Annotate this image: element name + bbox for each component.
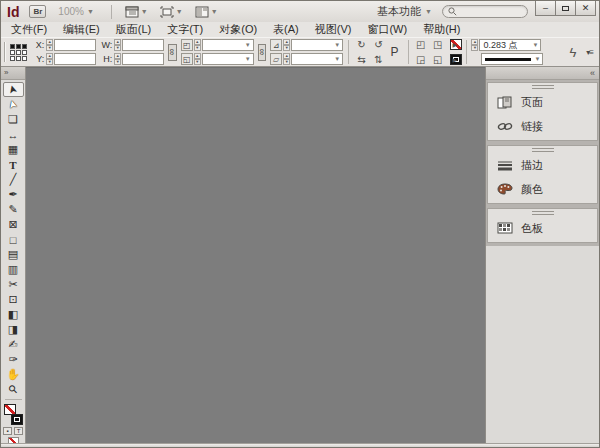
- zoom-tool[interactable]: ⚲: [3, 382, 24, 397]
- bridge-button[interactable]: Br: [29, 5, 46, 18]
- horizontal-grid-tool[interactable]: ▤: [3, 247, 24, 262]
- quick-apply-button[interactable]: ϟ: [569, 45, 576, 60]
- scale-x-stepper[interactable]: ▲▼: [194, 39, 201, 51]
- maximize-button[interactable]: [555, 1, 576, 16]
- selection-arrow-icon: ➤: [6, 83, 21, 95]
- scale-y-stepper[interactable]: ▲▼: [194, 53, 201, 65]
- menu-table[interactable]: 表(A): [265, 22, 307, 37]
- constrain-dimensions-button[interactable]: ∞: [168, 44, 176, 61]
- panel-menu-button[interactable]: ▾≡: [586, 48, 593, 57]
- view-options-button[interactable]: ▼: [125, 6, 148, 18]
- menu-layout[interactable]: 版面(L): [108, 22, 159, 37]
- rotate-cw-button[interactable]: ↻: [354, 38, 370, 51]
- group-drag-handle[interactable]: [532, 211, 554, 215]
- y-field[interactable]: [54, 53, 96, 65]
- format-container-button[interactable]: ▪: [3, 427, 12, 435]
- w-field[interactable]: [122, 39, 164, 51]
- chevron-down-icon: ▼: [176, 8, 183, 15]
- gradient-swatch-tool[interactable]: ◧: [3, 307, 24, 322]
- rectangle-frame-tool[interactable]: ⊠: [3, 217, 24, 232]
- shear-stepper[interactable]: ▲▼: [283, 53, 290, 65]
- fill-swatch-arrow-icon[interactable]: ▶: [452, 56, 457, 63]
- menu-window[interactable]: 窗口(W): [359, 22, 415, 37]
- panel-button-links[interactable]: 链接: [488, 114, 597, 138]
- selection-tool[interactable]: ➤: [3, 82, 24, 97]
- tools-panel: » ➤ ➤ ❏ ↔ ▦ T ╱ ✒ ✎ ⊠ □ ▤ ▥ ✂ ⊡ ◧ ◨ ✍ ✑: [1, 67, 26, 443]
- gradient-feather-tool[interactable]: ◨: [3, 322, 24, 337]
- reference-point-proxy[interactable]: [10, 44, 27, 61]
- workspace-switcher[interactable]: 基本功能 ▼: [377, 4, 432, 19]
- rotation-angle-combo[interactable]: ▼: [291, 39, 343, 51]
- gap-tool[interactable]: ↔: [3, 127, 24, 142]
- pen-tool[interactable]: ✒: [3, 187, 24, 202]
- group-drag-handle[interactable]: [532, 148, 554, 152]
- scissors-tool[interactable]: ✂: [3, 277, 24, 292]
- search-input[interactable]: [442, 5, 528, 18]
- stroke-weight-combo[interactable]: 0.283 点 ▼: [479, 39, 541, 51]
- panel-button-color[interactable]: 颜色: [488, 177, 597, 201]
- scale-y-combo[interactable]: ▼: [202, 53, 254, 65]
- flip-vertical-button[interactable]: ⇅: [371, 53, 387, 66]
- gradient-feather-icon: ◨: [8, 323, 18, 336]
- stroke-swatch[interactable]: [11, 414, 23, 425]
- fill-swatch-none[interactable]: [4, 404, 16, 415]
- menu-object[interactable]: 对象(O): [211, 22, 265, 37]
- document-canvas: [26, 67, 485, 443]
- y-stepper[interactable]: ▲▼: [46, 53, 53, 65]
- rectangle-tool[interactable]: □: [3, 232, 24, 247]
- hand-tool[interactable]: ✋: [3, 367, 24, 382]
- center-content-button[interactable]: ◲: [413, 53, 429, 66]
- menu-file[interactable]: 文件(F): [3, 22, 55, 37]
- zoom-level-dropdown[interactable]: 100% ▼: [58, 6, 94, 17]
- rotate-ccw-button[interactable]: ↺: [371, 38, 387, 51]
- close-button[interactable]: ✕: [575, 1, 596, 16]
- fit-frame-button[interactable]: ◳: [430, 38, 446, 51]
- stroke-weight-stepper[interactable]: ▲▼: [471, 39, 478, 51]
- line-tool[interactable]: ╱: [3, 172, 24, 187]
- rotation-stepper[interactable]: ▲▼: [283, 39, 290, 51]
- h-stepper[interactable]: ▲▼: [114, 53, 121, 65]
- main-area: » ➤ ➤ ❏ ↔ ▦ T ╱ ✒ ✎ ⊠ □ ▤ ▥ ✂ ⊡ ◧ ◨ ✍ ✑: [1, 67, 599, 443]
- x-stepper[interactable]: ▲▼: [46, 39, 53, 51]
- free-transform-tool[interactable]: ⊡: [3, 292, 24, 307]
- stroke-swatch-arrow-icon[interactable]: ▶: [452, 41, 457, 48]
- stroke-type-solid-preview: [485, 58, 531, 61]
- panel-button-swatches[interactable]: 色板: [488, 216, 597, 240]
- format-text-button[interactable]: T: [14, 427, 23, 435]
- dock-group-1: 页面 链接: [487, 82, 598, 141]
- page-tool[interactable]: ❏: [3, 112, 24, 127]
- fit-content-button[interactable]: ◰: [413, 38, 429, 51]
- constrain-scale-button[interactable]: ∞: [258, 44, 266, 61]
- w-stepper[interactable]: ▲▼: [114, 39, 121, 51]
- menu-type[interactable]: 文字(T): [159, 22, 211, 37]
- stroke-type-dropdown[interactable]: ▼: [481, 53, 543, 65]
- content-collector-tool[interactable]: ▦: [3, 142, 24, 157]
- type-tool[interactable]: T: [3, 157, 24, 172]
- panel-button-pages[interactable]: 页面: [488, 90, 597, 114]
- minimize-button[interactable]: –: [535, 1, 556, 16]
- arrange-documents-button[interactable]: ▼: [195, 6, 218, 18]
- menu-edit[interactable]: 编辑(E): [55, 22, 108, 37]
- vertical-grid-tool[interactable]: ▥: [3, 262, 24, 277]
- pencil-tool[interactable]: ✎: [3, 202, 24, 217]
- menu-help[interactable]: 帮助(H): [415, 22, 468, 37]
- divider: [5, 399, 22, 400]
- note-tool[interactable]: ✍: [3, 337, 24, 352]
- group-drag-handle[interactable]: [532, 85, 554, 89]
- shear-angle-combo[interactable]: ▼: [291, 53, 343, 65]
- expand-panels-icon[interactable]: «: [590, 68, 595, 78]
- eyedropper-tool[interactable]: ✑: [3, 352, 24, 367]
- menu-view[interactable]: 视图(V): [307, 22, 360, 37]
- tools-panel-header[interactable]: »: [1, 67, 25, 80]
- scale-x-combo[interactable]: ▼: [202, 39, 254, 51]
- panel-button-stroke[interactable]: 描边: [488, 153, 597, 177]
- direct-selection-tool[interactable]: ➤: [3, 97, 24, 112]
- panel-grip[interactable]: [4, 42, 6, 62]
- content-collector-icon: ▦: [8, 143, 18, 156]
- h-field[interactable]: [122, 53, 164, 65]
- fill-frame-button[interactable]: ◱: [430, 53, 446, 66]
- screen-mode-button[interactable]: ▼: [160, 6, 183, 18]
- stroke-icon: [497, 160, 513, 171]
- x-field[interactable]: [54, 39, 96, 51]
- flip-horizontal-button[interactable]: ⇆: [354, 53, 370, 66]
